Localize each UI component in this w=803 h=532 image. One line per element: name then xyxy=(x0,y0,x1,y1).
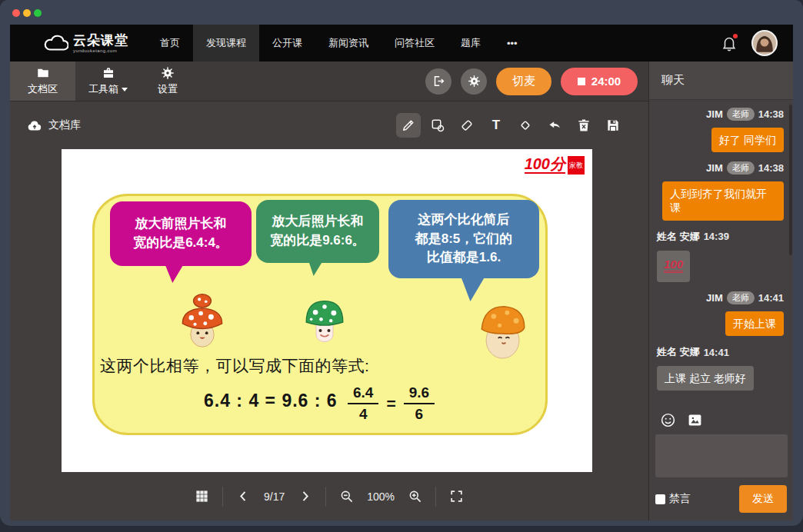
fraction-equation: 6.4 4 = 9.6 6 xyxy=(348,384,435,423)
logo-subtitle: yunduoketang.com xyxy=(73,48,128,53)
toolbox-icon xyxy=(102,66,115,80)
fullscreen-icon xyxy=(449,489,464,504)
message-time: 14:41 xyxy=(758,292,784,304)
eraser-icon xyxy=(459,118,475,133)
clear-all-button[interactable] xyxy=(571,113,596,138)
chat-message: 姓名 安娜 14:41 上课 起立 老师好 xyxy=(657,345,784,391)
zoom-in-icon xyxy=(408,489,422,504)
nav-item-question-bank[interactable]: 题库 xyxy=(448,25,494,62)
nav-item-more[interactable]: ••• xyxy=(494,25,531,62)
chat-message-input[interactable] xyxy=(655,434,788,477)
pen-tool-button[interactable] xyxy=(396,113,421,138)
grid-icon xyxy=(195,489,209,504)
text-tool-button[interactable]: T xyxy=(484,113,508,138)
minimize-window-button[interactable] xyxy=(23,9,31,17)
mute-label: 禁言 xyxy=(669,492,691,506)
gear-icon xyxy=(161,66,175,80)
text-tool-icon: T xyxy=(492,118,500,133)
toolbox-label: 工具箱 xyxy=(88,82,118,96)
brand-logo[interactable]: 云朵课堂 yunduoketang.com xyxy=(10,25,147,62)
next-page-button[interactable] xyxy=(298,489,312,504)
emoji-picker-icon[interactable] xyxy=(660,412,676,428)
fullscreen-button[interactable] xyxy=(449,489,464,504)
macos-titlebar xyxy=(0,0,803,25)
exit-classroom-button[interactable] xyxy=(425,68,451,95)
stream-settings-button[interactable] xyxy=(461,68,487,95)
nav-item-open-classes[interactable]: 公开课 xyxy=(259,25,315,62)
stop-icon xyxy=(578,78,585,85)
sender-name: 姓名 安娜 xyxy=(657,230,700,244)
speech-bubble-ratio: 这两个比化简后 都是8:5，它们的 比值都是1.6. xyxy=(388,200,539,278)
page-indicator: 9/17 xyxy=(264,490,285,503)
zoom-out-button[interactable] xyxy=(339,489,354,504)
notifications-bell-icon[interactable] xyxy=(721,35,738,52)
image-upload-icon[interactable] xyxy=(687,412,703,428)
app-window: 云朵课堂 yunduoketang.com 首页 发现课程 公开课 新闻资讯 问… xyxy=(0,0,803,526)
trash-delete-icon xyxy=(576,118,591,133)
chat-message-list[interactable]: JIM 老师 14:38 好了 同学们 JIM 老师 14:38 人到到齐了我们… xyxy=(649,100,793,406)
undo-button[interactable] xyxy=(542,113,567,138)
eraser-tool-button[interactable] xyxy=(455,113,479,138)
settings-button[interactable]: 设置 xyxy=(141,62,195,101)
user-avatar[interactable] xyxy=(751,30,778,56)
maximize-window-button[interactable] xyxy=(34,9,42,17)
teacher-badge: 老师 xyxy=(727,161,755,175)
cloud-upload-icon xyxy=(27,119,42,131)
chevron-right-icon xyxy=(298,489,312,504)
teacher-badge: 老师 xyxy=(727,291,755,304)
document-library-label: 文档库 xyxy=(48,118,81,132)
shapes-tool-button[interactable] xyxy=(425,113,450,138)
logo-title: 云朵课堂 xyxy=(73,34,128,47)
classroom-toolbar: 文档区 工具箱 xyxy=(10,62,648,101)
ratio-equation: 6.4 : 4 = 9.6 : 6 xyxy=(204,391,338,411)
message-bubble: 上课 起立 老师好 xyxy=(657,366,754,391)
cloud-logo-icon xyxy=(42,33,68,53)
class-timer-button[interactable]: 24:00 xyxy=(561,68,638,95)
bubble-tail xyxy=(307,261,323,276)
save-button[interactable] xyxy=(601,113,625,138)
zoom-in-button[interactable] xyxy=(408,489,422,504)
previous-page-button[interactable] xyxy=(236,489,251,504)
diamond-eraser-icon xyxy=(518,118,533,133)
whiteboard-slide[interactable]: 100分 家教 放大前照片长和 宽的比是6.4:4。 放大后照片长和 宽的比是9… xyxy=(62,149,592,472)
close-window-button[interactable] xyxy=(12,9,20,17)
message-bubble-emoji: 100 xyxy=(657,251,690,283)
doc-area-button[interactable]: 文档区 xyxy=(10,62,75,101)
nav-item-qa-community[interactable]: 问答社区 xyxy=(382,25,448,62)
drawing-toolbar: T xyxy=(396,113,625,138)
orange-mushroom-character xyxy=(471,301,535,361)
nav-item-news[interactable]: 新闻资讯 xyxy=(315,25,382,62)
nav-item-home[interactable]: 首页 xyxy=(147,25,193,62)
message-time: 14:39 xyxy=(704,231,729,242)
message-bubble: 开始上课 xyxy=(725,311,784,336)
nav-item-discover-courses[interactable]: 发现课程 xyxy=(193,25,259,62)
thumbnail-grid-button[interactable] xyxy=(195,489,209,504)
timer-value: 24:00 xyxy=(591,75,621,88)
doc-area-label: 文档区 xyxy=(28,82,58,96)
save-floppy-icon xyxy=(605,118,621,133)
wipe-tool-button[interactable] xyxy=(513,113,538,138)
teacher-badge: 老师 xyxy=(727,108,755,121)
mute-toggle[interactable]: 禁言 xyxy=(655,492,691,506)
zoom-level: 100% xyxy=(367,490,395,503)
brand-score-text: 100分 xyxy=(525,156,565,174)
logout-icon xyxy=(432,75,445,88)
message-time: 14:38 xyxy=(758,108,784,120)
document-library-button[interactable]: 文档库 xyxy=(27,118,81,132)
red-mushroom-character xyxy=(173,291,232,350)
toggle-mic-button[interactable]: 切麦 xyxy=(496,68,551,95)
chat-scrollbar-thumb[interactable] xyxy=(789,105,792,255)
sender-name: 姓名 安娜 xyxy=(657,345,700,359)
slide-pager: 9/17 100% xyxy=(10,472,648,520)
shapes-icon xyxy=(430,118,445,133)
toolbox-button[interactable]: 工具箱 xyxy=(75,62,141,101)
chat-header: 聊天 xyxy=(649,62,793,100)
sender-name: JIM xyxy=(706,162,723,174)
send-message-button[interactable]: 发送 xyxy=(739,485,787,513)
document-canvas-area: 文档库 xyxy=(10,101,648,520)
notification-dot xyxy=(733,34,738,38)
speech-bubble-before: 放大前照片长和 宽的比是6.4:4。 xyxy=(110,201,252,266)
message-bubble: 人到到齐了我们就开课 xyxy=(662,181,784,220)
pen-icon xyxy=(401,118,416,133)
mute-checkbox[interactable] xyxy=(655,494,665,504)
